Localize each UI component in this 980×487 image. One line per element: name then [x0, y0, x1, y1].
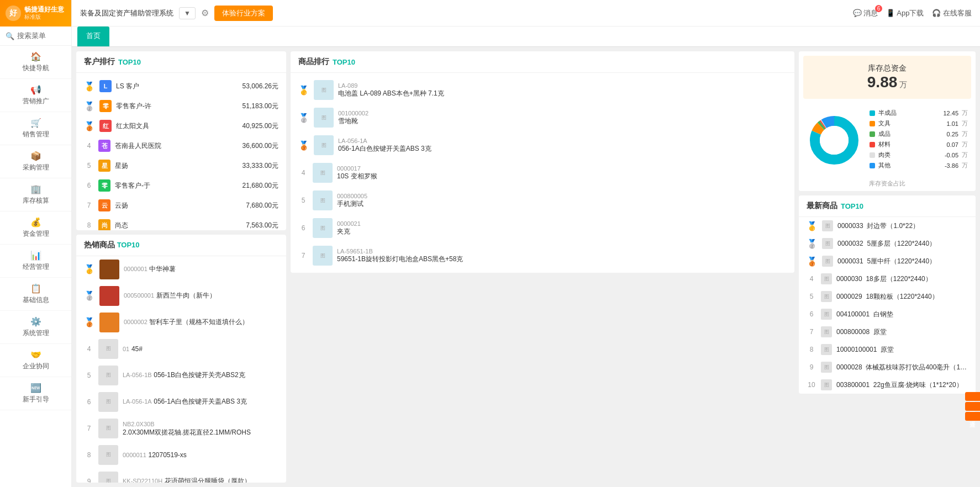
sidebar-item-guide[interactable]: 🆕新手引导	[0, 377, 71, 410]
search-menu[interactable]: 🔍 搜索菜单	[0, 27, 71, 46]
message-button[interactable]: 💬 6 消息	[853, 8, 878, 18]
system-dropdown[interactable]: ▼	[179, 7, 196, 19]
hot-product-info: 000500001 新西兰牛肉（新牛）	[124, 291, 278, 300]
system-name: 装备及固定资产辅助管理系统	[80, 8, 173, 18]
new-products-header: 最新商品 TOP10	[799, 195, 976, 217]
legend-item: 材料 0.07 万	[870, 140, 968, 149]
customer-rank-item[interactable]: 🥉 红 红太阳文具 40,925.00元	[76, 116, 286, 136]
support-button[interactable]: 服务社区	[965, 402, 980, 411]
hot-product-item[interactable]: 🥇 0000001 中华神薯	[76, 256, 286, 283]
product-rank-item[interactable]: 6 图 0000021 夹克	[291, 214, 794, 242]
hot-product-thumb: 图	[98, 366, 118, 385]
sidebar-item-marketing[interactable]: 📢营销推广	[0, 79, 71, 112]
legend-name: 成品	[878, 130, 944, 138]
gear-icon[interactable]: ⚙	[201, 8, 209, 18]
new-product-item[interactable]: 6 图 004100001 白钢垫	[799, 305, 976, 323]
new-product-item[interactable]: 🥇 图 0000033 封边带（1.0*22）	[799, 217, 976, 235]
main-wrapper: 装备及固定资产辅助管理系统 ▼ ⚙ 体验行业方案 💬 6 消息 📱 App下载 …	[72, 0, 980, 487]
hot-product-name: 花语萌恒温分腿睡袋（厚款）	[165, 477, 251, 483]
hot-product-item[interactable]: 8 图 0000011 12070519-xs	[76, 442, 286, 468]
new-product-name: 0000031 5厘中纤（1220*2440）	[837, 257, 968, 266]
medal-gold-icon: 🥇	[298, 85, 309, 96]
new-product-item[interactable]: 10 图 003800001 22g鱼豆腐·烧烤味（1*12*20）	[799, 376, 976, 394]
customer-rank-item[interactable]: 🥈 零 零售客户-许 51,183.00元	[76, 96, 286, 116]
customer-rank-item[interactable]: 4 苍 苍南县人民医院 36,600.00元	[76, 136, 286, 156]
product-rank-item[interactable]: 🥈 图 001000002 雪地靴	[291, 104, 794, 131]
customer-ranking-card: 客户排行 TOP10 🥇 L LS 客户 53,006.26元 🥈 零 零售客户…	[76, 51, 286, 230]
hot-products-card: 热销商品 TOP10 🥇 0000001 中华神薯 🥈 000500001 新西…	[76, 235, 286, 483]
trial-button[interactable]: 体验行业方案	[214, 6, 273, 21]
sidebar-item-basic[interactable]: 📋基础信息	[0, 278, 71, 311]
new-product-thumb: 图	[822, 256, 833, 267]
customer-avatar: 零	[99, 100, 112, 112]
legend-color	[870, 152, 875, 158]
customer-rank-item[interactable]: 🥇 L LS 客户 53,006.26元	[76, 76, 286, 96]
rank-num: 6	[84, 398, 94, 406]
new-product-item[interactable]: 🥉 图 0000031 5厘中纤（1220*2440）	[799, 252, 976, 270]
new-product-item[interactable]: 🥈 图 0000032 5厘多层（1220*2440）	[799, 235, 976, 252]
product-rank-item[interactable]: 4 图 0000017 10S 变相罗猴	[291, 159, 794, 187]
sidebar-item-inventory[interactable]: 🏢库存核算	[0, 178, 71, 211]
support-button[interactable]: 客服热线	[965, 392, 980, 401]
sidebar-item-quick-nav[interactable]: 🏠快捷导航	[0, 46, 71, 79]
product-info: 0000017 10S 变相罗猴	[337, 165, 787, 181]
rank-num: 6	[807, 310, 816, 318]
hot-product-item[interactable]: 4 图 01 45#	[76, 336, 286, 362]
sidebar-item-sales[interactable]: 🛒销售管理	[0, 112, 71, 145]
new-product-item[interactable]: 8 图 10000100001 原堂	[799, 341, 976, 358]
product-rank-item[interactable]: 7 图 LA-59651-1B 59651-1B旋转投影灯电池盒ABS黑色+58…	[291, 242, 794, 269]
sidebar-item-company[interactable]: 🤝企业协同	[0, 344, 71, 377]
hot-product-item[interactable]: 9 图 KK-SD22110H 花语萌恒温分腿睡袋（厚款）	[76, 468, 286, 483]
app-download-button[interactable]: 📱 App下载	[886, 8, 924, 18]
rank-num: 7	[84, 425, 94, 432]
inventory-legend: 半成品 12.45 万 文具 1.01 万 成品 0.25 万 材料 0.07 …	[870, 109, 968, 172]
new-products-title: 最新商品	[807, 201, 837, 211]
sidebar-item-finance[interactable]: 💰资金管理	[0, 211, 71, 245]
customer-rank-item[interactable]: 8 尚 尚态 7,563.00元	[76, 215, 286, 230]
hot-product-thumb: 图	[98, 445, 118, 465]
customer-rank-item[interactable]: 6 零 零售客户-于 21,680.00元	[76, 176, 286, 195]
sidebar-item-purchase[interactable]: 📦采购管理	[0, 145, 71, 178]
legend-item: 肉类 -0.05 万	[870, 151, 968, 159]
message-badge: 6	[875, 5, 883, 12]
hot-product-thumb: 图	[98, 419, 118, 438]
customer-amount: 7,563.00元	[246, 221, 278, 230]
product-rank-item[interactable]: 🥉 图 LA-056-1A 056-1A白色按键开关盖ABS 3克	[291, 131, 794, 159]
hot-product-item[interactable]: 7 图 NB2.0X30B 2.0X30MM双搓花轴.搓花直径2.1MM/ROH…	[76, 415, 286, 442]
hot-product-item[interactable]: 🥉 0000002 智利车子里（规格不知道填什么）	[76, 309, 286, 336]
hot-product-item[interactable]: 5 图 LA-056-1B 056-1B白色按键开关壳ABS2克	[76, 362, 286, 389]
inventory-icon: 🏢	[30, 184, 41, 194]
product-rank-item[interactable]: 5 图 000800005 手机测试	[291, 187, 794, 214]
hot-product-item[interactable]: 6 图 LA-056-1A 056-1A白色按键开关盖ABS 3克	[76, 389, 286, 415]
legend-name: 肉类	[878, 151, 941, 159]
hot-product-name: 056-1B白色按键开关壳ABS2克	[154, 371, 245, 379]
hot-product-info: 0000002 智利车子里（规格不知道填什么）	[124, 317, 278, 327]
new-product-item[interactable]: 4 图 0000030 18多层（1220*2440）	[799, 270, 976, 288]
inventory-donut-chart	[807, 113, 862, 168]
online-service-button[interactable]: 🎧 在线客服	[932, 8, 972, 18]
hot-product-info: LA-056-1A 056-1A白色按键开关盖ABS 3克	[123, 397, 278, 406]
new-product-thumb: 图	[822, 220, 833, 231]
customer-rank-item[interactable]: 5 星 星扬 33,333.00元	[76, 156, 286, 176]
new-product-thumb: 图	[822, 238, 833, 249]
product-info: LA-056-1A 056-1A白色按键开关盖ABS 3克	[338, 137, 787, 153]
product-rank-item[interactable]: 🥇 图 LA-089 电池盖 LA-089 ABS本色+黑种 7.1克	[291, 76, 794, 104]
new-product-item[interactable]: 5 图 0000029 18颗粒板（1220*2440）	[799, 288, 976, 305]
hot-product-item[interactable]: 🥈 000500001 新西兰牛肉（新牛）	[76, 283, 286, 309]
basic-label: 基础信息	[23, 295, 49, 305]
sidebar-item-operation[interactable]: 📊经营管理	[0, 245, 71, 278]
product-ranking-header: 商品排行 TOP10	[291, 51, 794, 73]
new-product-item[interactable]: 9 图 0000028 体械荔枝味苏打饮品400毫升（1*15）	[799, 358, 976, 376]
hot-product-thumb	[99, 313, 119, 332]
legend-color	[870, 121, 875, 126]
product-info: 000800005 手机测试	[337, 193, 787, 209]
new-product-item[interactable]: 7 图 000800008 原堂	[799, 323, 976, 341]
product-ranking-top-label: TOP10	[333, 58, 355, 66]
support-button[interactable]: 直播	[965, 412, 980, 421]
tab-home[interactable]: 首页	[77, 27, 109, 46]
product-info: LA-59651-1B 59651-1B旋转投影灯电池盒ABS黑色+58克	[337, 248, 787, 264]
sidebar-item-system[interactable]: ⚙️系统管理	[0, 311, 71, 344]
new-product-thumb: 图	[821, 326, 832, 337]
customer-rank-item[interactable]: 7 云 云扬 7,680.00元	[76, 195, 286, 215]
right-panel: 库存总资金 9.88 万	[799, 51, 976, 483]
